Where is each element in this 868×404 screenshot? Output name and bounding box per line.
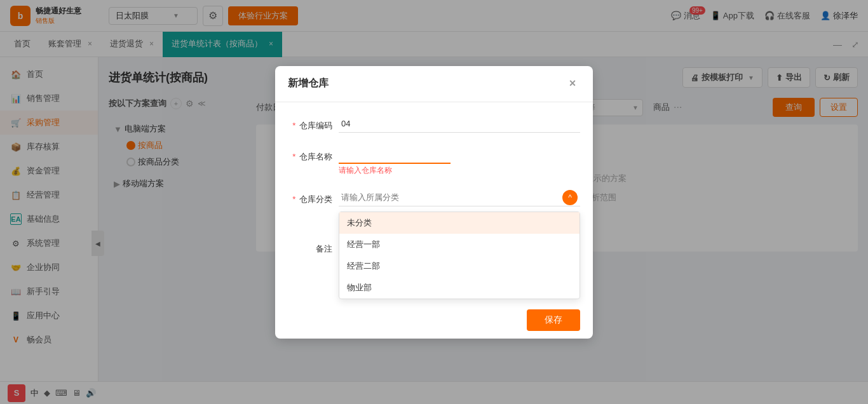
required-star-category: *: [292, 194, 295, 204]
dropdown-item-dept1[interactable]: 经营一部: [339, 234, 580, 255]
modal-footer: 保存: [275, 302, 593, 339]
category-dropdown: 未分类 经营一部 经营二部 物业部: [339, 212, 580, 299]
modal-backdrop[interactable]: 新增仓库 × * 仓库编码 * 仓库名称: [0, 0, 868, 404]
new-warehouse-modal: 新增仓库 × * 仓库编码 * 仓库名称: [275, 66, 593, 339]
name-input[interactable]: [339, 145, 451, 164]
modal-body: * 仓库编码 * 仓库名称 请输入仓库名称: [275, 102, 593, 302]
name-error-container: 请输入仓库名称: [288, 164, 392, 176]
required-star-name: *: [292, 152, 295, 161]
dropdown-item-dept3[interactable]: 物业部: [339, 277, 580, 299]
name-error-message: 请输入仓库名称: [339, 165, 392, 176]
category-arrow-button[interactable]: ^: [562, 190, 578, 205]
code-field-row: * 仓库编码: [288, 115, 580, 133]
required-star-code: *: [292, 121, 295, 130]
name-label: * 仓库名称: [288, 146, 339, 163]
dropdown-item-dept2[interactable]: 经营二部: [339, 255, 580, 277]
category-select-wrap: ^ 未分类 经营一部 经营二部 物业部: [339, 189, 580, 206]
dropdown-item-unclassified[interactable]: 未分类: [339, 212, 580, 234]
category-label: * 仓库分类: [288, 189, 339, 205]
modal-title: 新增仓库: [288, 77, 329, 90]
modal-header: 新增仓库 ×: [275, 66, 593, 102]
code-label: * 仓库编码: [288, 115, 339, 131]
code-input[interactable]: [339, 115, 580, 133]
category-input[interactable]: [339, 189, 580, 206]
name-field-row: * 仓库名称 请输入仓库名称: [288, 145, 580, 176]
name-field-inner: * 仓库名称: [288, 145, 451, 164]
save-button[interactable]: 保存: [527, 309, 580, 331]
modal-close-button[interactable]: ×: [565, 76, 580, 91]
notes-label: 备注: [288, 238, 339, 255]
category-field-row: * 仓库分类 ^ 未分类 经营一部 经营二部 物业部: [288, 189, 580, 206]
